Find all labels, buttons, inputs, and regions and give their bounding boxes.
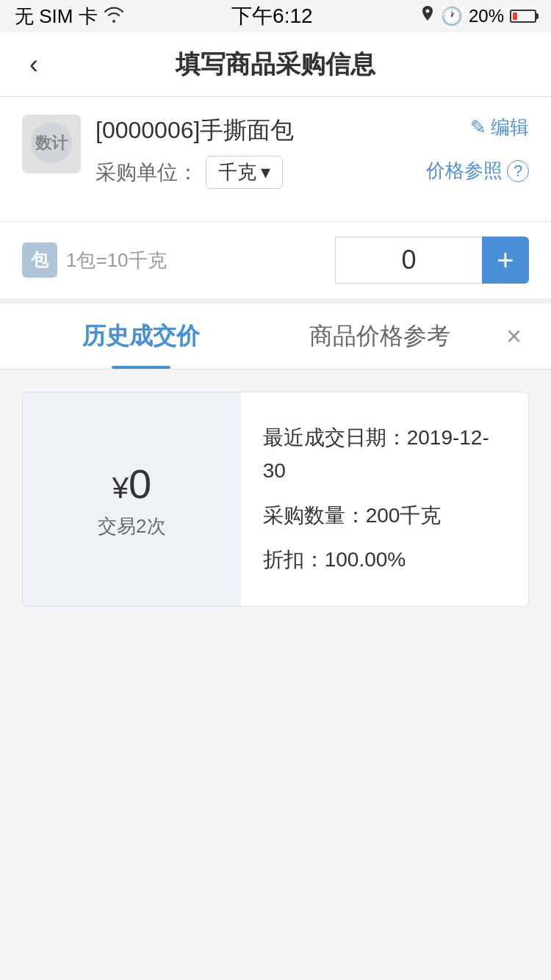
help-icon: ? bbox=[507, 160, 529, 182]
dropdown-icon: ▾ bbox=[261, 161, 270, 184]
product-unit-row: 采购单位： 千克 ▾ bbox=[96, 156, 294, 189]
alarm-icon: 🕐 bbox=[441, 6, 463, 26]
page-header: ‹ 填写商品采购信息 bbox=[0, 32, 551, 97]
location-icon bbox=[420, 6, 435, 26]
unit-conversion: 1包=10千克 bbox=[66, 248, 167, 273]
trade-date-row: 最近成交日期：2019-12-30 bbox=[263, 422, 506, 488]
wifi-icon bbox=[104, 5, 124, 28]
quantity-value: 200千克 bbox=[366, 504, 442, 527]
back-button[interactable]: ‹ bbox=[22, 42, 46, 87]
discount-label: 折扣： bbox=[263, 548, 325, 571]
status-time: 下午6:12 bbox=[231, 2, 313, 30]
product-thumbnail: 数计 bbox=[22, 115, 81, 173]
price-ref-label: 价格参照 bbox=[426, 158, 503, 184]
discount-value: 100.00% bbox=[325, 548, 406, 571]
tabs-header: 历史成交价 商品价格参考 × bbox=[0, 304, 551, 369]
page-title: 填写商品采购信息 bbox=[176, 48, 375, 82]
quantity-plus-button[interactable]: + bbox=[482, 237, 529, 284]
trade-count: 交易2次 bbox=[98, 514, 165, 539]
edit-label: 编辑 bbox=[491, 115, 529, 140]
history-detail-section: 最近成交日期：2019-12-30 采购数量：200千克 折扣：100.00% bbox=[241, 392, 528, 606]
close-tabs-button[interactable]: × bbox=[499, 314, 529, 359]
quantity-label-group: 包 1包=10千克 bbox=[22, 242, 167, 278]
product-info: [0000006]手撕面包 采购单位： 千克 ▾ bbox=[96, 115, 294, 189]
history-price-display: ¥0 bbox=[112, 460, 151, 508]
battery-percent: 20% bbox=[469, 6, 504, 26]
tab-history-price[interactable]: 历史成交价 bbox=[22, 304, 260, 369]
status-right: 🕐 20% bbox=[420, 6, 536, 26]
carrier-text: 无 SIM 卡 bbox=[15, 4, 98, 29]
status-left: 无 SIM 卡 bbox=[15, 4, 124, 29]
product-logo: 数计 bbox=[29, 120, 73, 168]
unit-badge: 包 bbox=[22, 242, 57, 278]
quantity-input[interactable] bbox=[335, 237, 482, 284]
status-bar: 无 SIM 卡 下午6:12 🕐 20% bbox=[0, 0, 551, 32]
battery-icon bbox=[510, 10, 536, 23]
history-content: ¥0 交易2次 最近成交日期：2019-12-30 采购数量：200千克 折扣：… bbox=[0, 370, 551, 810]
purchase-quantity-row: 采购数量：200千克 bbox=[263, 500, 506, 533]
product-left-section: 数计 [0000006]手撕面包 采购单位： 千克 ▾ bbox=[22, 115, 294, 189]
date-label: 最近成交日期： bbox=[263, 426, 407, 449]
tabs-section: 历史成交价 商品价格参考 × bbox=[0, 304, 551, 370]
product-top-row: 数计 [0000006]手撕面包 采购单位： 千克 ▾ ✎ bbox=[22, 115, 529, 189]
price-reference-button[interactable]: 价格参照 ? bbox=[426, 158, 529, 184]
quantity-label: 采购数量： bbox=[263, 504, 366, 527]
product-card: 数计 [0000006]手撕面包 采购单位： 千克 ▾ ✎ bbox=[0, 97, 551, 222]
price-value: 0 bbox=[129, 461, 151, 507]
tab-price-reference[interactable]: 商品价格参考 bbox=[260, 304, 498, 369]
unit-value: 千克 bbox=[218, 159, 256, 185]
product-name: [0000006]手撕面包 bbox=[96, 115, 294, 147]
quantity-control: + bbox=[335, 237, 529, 284]
discount-row: 折扣：100.00% bbox=[263, 544, 506, 577]
price-symbol: ¥ bbox=[112, 472, 129, 504]
edit-button[interactable]: ✎ 编辑 bbox=[470, 115, 529, 140]
quantity-section: 包 1包=10千克 + bbox=[0, 222, 551, 304]
unit-label: 采购单位： bbox=[96, 159, 198, 187]
unit-select[interactable]: 千克 ▾ bbox=[206, 156, 283, 189]
history-card: ¥0 交易2次 最近成交日期：2019-12-30 采购数量：200千克 折扣：… bbox=[22, 392, 529, 607]
edit-icon: ✎ bbox=[470, 116, 486, 139]
history-price-section: ¥0 交易2次 bbox=[23, 392, 241, 606]
svg-text:数计: 数计 bbox=[35, 134, 68, 152]
